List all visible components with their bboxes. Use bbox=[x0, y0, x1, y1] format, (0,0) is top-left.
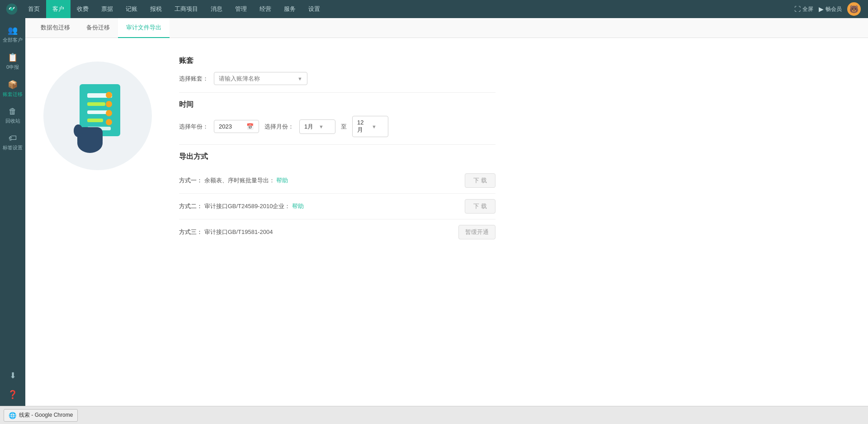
top-nav: 首页 客户 收费 票据 记账 报税 工商项目 消息 管理 经营 服务 设置 ⛶ … bbox=[0, 0, 868, 18]
method-2-label: 方式二： bbox=[179, 203, 203, 210]
method-1-desc: 余额表、序时账批量导出： bbox=[204, 177, 275, 184]
sidebar-download-icon[interactable]: ⬇ bbox=[7, 368, 19, 383]
nav-operations[interactable]: 经营 bbox=[253, 0, 278, 18]
svg-rect-4 bbox=[87, 102, 105, 106]
sidebar-label-zero-declare: 0申报 bbox=[6, 64, 19, 71]
sidebar-label-recycle: 回收站 bbox=[5, 118, 20, 124]
time-section-title: 时间 bbox=[179, 100, 495, 110]
app-logo bbox=[4, 1, 20, 17]
export-method-3: 方式三： 审计接口GB/T19581-2004 暂缓开通 bbox=[179, 219, 495, 245]
svg-point-14 bbox=[74, 124, 83, 137]
tab-bar: 数据包迁移 备份迁移 审计文件导出 bbox=[25, 18, 868, 38]
page-content: 账套 选择账套： ▼ 时间 选择年份： 2023 📅 bbox=[25, 38, 868, 406]
nav-tax[interactable]: 报税 bbox=[144, 0, 168, 18]
method-3-text: 方式三： 审计接口GB/T19581-2004 bbox=[179, 228, 453, 236]
method-2-desc: 审计接口GB/T24589-2010企业： bbox=[204, 203, 291, 210]
month-from-arrow: ▼ bbox=[319, 124, 330, 129]
divider-2 bbox=[179, 144, 495, 145]
year-input[interactable]: 2023 bbox=[219, 123, 244, 130]
month-to-select[interactable]: 12月 ▼ bbox=[352, 116, 388, 137]
sidebar-item-tag-settings[interactable]: 🏷 标签设置 bbox=[1, 130, 24, 155]
tab-data-migrate[interactable]: 数据包迁移 bbox=[33, 18, 78, 38]
month-label: 选择月份： bbox=[264, 123, 294, 131]
svg-point-8 bbox=[106, 92, 112, 98]
nav-settings[interactable]: 设置 bbox=[302, 0, 326, 18]
play-icon: ▶ bbox=[819, 5, 824, 13]
time-row: 选择年份： 2023 📅 选择月份： 1月 ▼ 至 12月 ▼ bbox=[179, 116, 495, 137]
sidebar-help-icon[interactable]: ❓ bbox=[5, 387, 20, 402]
customers-icon: 👥 bbox=[8, 25, 18, 35]
calendar-icon: 📅 bbox=[246, 123, 254, 130]
sidebar-item-all-customers[interactable]: 👥 全部客户 bbox=[1, 22, 24, 47]
month-from-select[interactable]: 1月 ▼ bbox=[299, 119, 335, 134]
select-account-label: 选择账套： bbox=[179, 75, 208, 83]
year-label: 选择年份： bbox=[179, 123, 208, 131]
fullscreen-icon: ⛶ bbox=[794, 5, 801, 13]
method-3-desc: 审计接口GB/T19581-2004 bbox=[204, 229, 273, 235]
nav-invoices[interactable]: 票据 bbox=[95, 0, 119, 18]
account-input[interactable] bbox=[219, 75, 295, 82]
tab-audit-export[interactable]: 审计文件导出 bbox=[118, 18, 170, 38]
tag-icon: 🏷 bbox=[9, 133, 17, 143]
chrome-icon: 🌐 bbox=[9, 412, 16, 419]
illustration-circle bbox=[43, 62, 152, 170]
member-button[interactable]: ▶ 畅会员 bbox=[819, 5, 842, 13]
svg-point-10 bbox=[106, 110, 112, 116]
sidebar-bottom: ⬇ ❓ bbox=[5, 368, 20, 402]
divider-1 bbox=[179, 92, 495, 93]
to-label: 至 bbox=[341, 123, 347, 131]
account-select-arrow: ▼ bbox=[297, 76, 302, 81]
accounts-section-title: 账套 bbox=[179, 56, 495, 66]
member-label: 畅会员 bbox=[826, 5, 842, 13]
nav-home[interactable]: 首页 bbox=[22, 0, 46, 18]
sidebar-item-recycle[interactable]: 🗑 回收站 bbox=[1, 103, 24, 128]
sidebar-item-account-migrate[interactable]: 📦 账套迁移 bbox=[1, 76, 24, 101]
content-area: 数据包迁移 备份迁移 审计文件导出 bbox=[25, 18, 868, 406]
method-2-text: 方式二： 审计接口GB/T24589-2010企业： 帮助 bbox=[179, 202, 459, 210]
sidebar-label-account-migrate: 账套迁移 bbox=[3, 91, 23, 98]
method-2-download-btn[interactable]: 下 载 bbox=[465, 199, 495, 214]
svg-point-9 bbox=[106, 101, 112, 107]
zero-declare-icon: 📋 bbox=[8, 52, 18, 62]
fullscreen-label: 全屏 bbox=[802, 5, 813, 13]
user-avatar[interactable]: 🐻 bbox=[847, 2, 861, 16]
nav-right: ⛶ 全屏 ▶ 畅会员 🐻 bbox=[794, 2, 868, 16]
method-3-label: 方式三： bbox=[179, 229, 203, 235]
month-from-value: 1月 bbox=[304, 123, 316, 131]
sidebar-item-zero-declare[interactable]: 📋 0申报 bbox=[1, 49, 24, 74]
fullscreen-button[interactable]: ⛶ 全屏 bbox=[794, 5, 813, 13]
illustration-area bbox=[43, 52, 152, 391]
svg-point-11 bbox=[106, 119, 112, 125]
export-section-title: 导出方式 bbox=[179, 152, 495, 162]
year-input-wrapper[interactable]: 2023 📅 bbox=[214, 120, 259, 133]
sidebar-label-all-customers: 全部客户 bbox=[3, 37, 23, 43]
main-layout: 👥 全部客户 📋 0申报 📦 账套迁移 🗑 回收站 🏷 标签设置 ⬇ ❓ 数据包… bbox=[0, 18, 868, 406]
taskbar-item-label: 线索 - Google Chrome bbox=[19, 411, 73, 419]
nav-billing[interactable]: 收费 bbox=[71, 0, 95, 18]
account-select[interactable]: ▼ bbox=[214, 72, 307, 85]
export-method-1: 方式一： 余额表、序时账批量导出： 帮助 下 载 bbox=[179, 168, 495, 194]
tab-backup-migrate[interactable]: 备份迁移 bbox=[78, 18, 118, 38]
nav-messages[interactable]: 消息 bbox=[204, 0, 229, 18]
nav-commerce[interactable]: 工商项目 bbox=[168, 0, 204, 18]
nav-items: 首页 客户 收费 票据 记账 报税 工商项目 消息 管理 经营 服务 设置 bbox=[22, 0, 794, 18]
svg-rect-5 bbox=[87, 110, 109, 114]
form-area: 账套 选择账套： ▼ 时间 选择年份： 2023 📅 bbox=[179, 52, 495, 391]
method-1-label: 方式一： bbox=[179, 177, 203, 184]
svg-rect-6 bbox=[87, 119, 103, 122]
taskbar-chrome-item[interactable]: 🌐 线索 - Google Chrome bbox=[4, 409, 78, 422]
svg-point-1 bbox=[10, 8, 14, 11]
export-method-2: 方式二： 审计接口GB/T24589-2010企业： 帮助 下 载 bbox=[179, 194, 495, 219]
nav-management[interactable]: 管理 bbox=[229, 0, 253, 18]
month-to-arrow: ▼ bbox=[372, 124, 383, 129]
nav-customers[interactable]: 客户 bbox=[46, 0, 71, 18]
migrate-icon: 📦 bbox=[8, 80, 18, 90]
method-3-open-btn[interactable]: 暂缓开通 bbox=[458, 225, 495, 239]
method-1-download-btn[interactable]: 下 载 bbox=[465, 173, 495, 188]
nav-bookkeeping[interactable]: 记账 bbox=[119, 0, 144, 18]
nav-services[interactable]: 服务 bbox=[278, 0, 302, 18]
recycle-icon: 🗑 bbox=[9, 107, 17, 116]
accounts-row: 选择账套： ▼ bbox=[179, 72, 495, 85]
method-1-help[interactable]: 帮助 bbox=[276, 177, 288, 184]
method-2-help[interactable]: 帮助 bbox=[292, 203, 304, 210]
